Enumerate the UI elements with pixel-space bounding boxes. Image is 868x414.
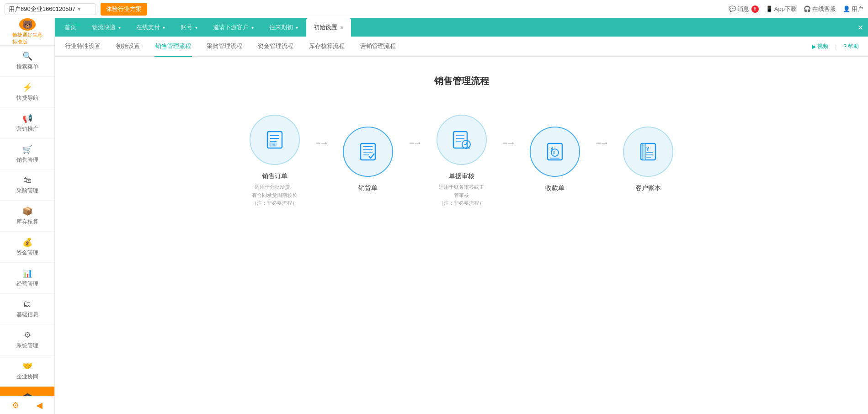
app-layout: 🐻 畅捷通好生意 标准版 🔍 搜索菜单 ⚡ 快捷导航 📢 营销推广 🛒 销售管理 xyxy=(0,18,868,414)
sidebar-item-sales[interactable]: 🛒 销售管理 xyxy=(0,139,54,170)
sidebar-item-marketing[interactable]: 📢 营销推广 xyxy=(0,108,54,139)
sidebar-label-sales: 销售管理 xyxy=(16,156,38,164)
receipt-circle: ¥ ¥ xyxy=(530,127,580,177)
avatar-icon: 👤 xyxy=(843,5,850,12)
flow-node-account-book[interactable]: ¥ 客户账本 xyxy=(612,127,685,195)
sub-tab-industry[interactable]: 行业特性设置 xyxy=(64,37,101,57)
finance-icon: 💰 xyxy=(22,237,32,247)
online-service-btn[interactable]: 🎧 在线客服 xyxy=(804,5,836,13)
trial-button[interactable]: 体验行业方案 xyxy=(101,3,147,16)
sidebar-label-quicknav: 快捷导航 xyxy=(16,94,38,102)
svg-text:¥: ¥ xyxy=(646,146,650,152)
sales-order-label: 销售订单 xyxy=(262,172,288,180)
close-all-tabs[interactable]: ✕ xyxy=(857,23,863,32)
tab-account-label: 账号 xyxy=(181,23,192,32)
page-content: 行业特性设置 初始设置 销售管理流程 采购管理流程 资金管理流程 库存核算流程 xyxy=(55,37,868,414)
help-action[interactable]: ? 帮助 xyxy=(843,42,859,50)
sidebar-item-system[interactable]: ⚙ 系统管理 xyxy=(0,324,54,356)
sidebar-item-purchase[interactable]: 🛍 采购管理 xyxy=(0,170,54,201)
user-name-label: 用户 xyxy=(852,5,863,13)
svg-rect-25 xyxy=(643,143,645,160)
audit-icon xyxy=(451,129,473,151)
sidebar-item-guide[interactable]: 🎓 新手引导 xyxy=(0,387,54,396)
online-service-label: 在线客服 xyxy=(812,5,836,13)
tab-logistics[interactable]: 物流快递 ▾ xyxy=(85,18,128,37)
sub-tab-actions: ▶ 视频 | ? 帮助 xyxy=(812,42,859,50)
user-dropdown-arrow: ▾ xyxy=(78,5,81,12)
tab-invite[interactable]: 邀请下游客户 ▾ xyxy=(206,18,261,37)
sidebar-label-collab: 企业协同 xyxy=(16,373,38,381)
sub-tab-finance-flow[interactable]: 资金管理流程 xyxy=(257,37,294,57)
message-btn[interactable]: 💬 消息 6 xyxy=(729,5,759,13)
arrow-3: - - → xyxy=(503,138,514,148)
flow-node-sales-order[interactable]: 订单 销售订单 适用于分批发货、有合同发货周期较长（注：非必要流程） xyxy=(238,115,311,207)
video-action[interactable]: ▶ 视频 xyxy=(812,42,828,50)
flow-diagram: 订单 销售订单 适用于分批发货、有合同发货周期较长（注：非必要流程） - - → xyxy=(64,115,859,207)
sidebar-item-ops[interactable]: 📊 经营管理 xyxy=(0,263,54,294)
sub-tab-marketing-flow[interactable]: 营销管理流程 xyxy=(359,37,397,57)
guide-icon: 🎓 xyxy=(22,392,32,396)
sidebar-item-quicknav[interactable]: ⚡ 快捷导航 xyxy=(0,77,54,108)
tab-payment-arrow: ▾ xyxy=(163,25,165,30)
tab-payment-label: 在线支付 xyxy=(136,23,160,32)
flow-node-receipt[interactable]: ¥ ¥ 收款单 xyxy=(518,127,591,195)
sales-icon: 🛒 xyxy=(22,144,32,154)
sidebar-item-collab[interactable]: 🤝 企业协同 xyxy=(0,356,54,387)
sidebar-label-ops: 经营管理 xyxy=(16,280,38,288)
sub-tab-sales-flow[interactable]: 销售管理流程 xyxy=(154,37,192,57)
app-download-label: App下载 xyxy=(774,5,797,13)
sidebar-label-search: 搜索菜单 xyxy=(16,63,38,71)
search-icon: 🔍 xyxy=(22,51,32,61)
user-selector[interactable]: 用户690企业1660120507 ▾ xyxy=(5,3,96,15)
sidebar-item-basic[interactable]: 🗂 基础信息 xyxy=(0,294,54,324)
tab-invite-label: 邀请下游客户 xyxy=(213,23,249,32)
system-icon: ⚙ xyxy=(24,330,31,340)
svg-text:订单: 订单 xyxy=(270,143,276,146)
audit-circle xyxy=(437,115,487,165)
flow-title: 销售管理流程 xyxy=(64,75,859,87)
flow-node-invoice[interactable]: 销货单 xyxy=(331,127,405,195)
nav-tabs: 首页 物流快递 ▾ 在线支付 ▾ 账号 ▾ 邀请下游客户 ▾ 往来期初 ▾ xyxy=(55,18,868,37)
sidebar-label-basic: 基础信息 xyxy=(16,311,38,318)
tab-payment[interactable]: 在线支付 ▾ xyxy=(129,18,172,37)
top-bar: 用户690企业1660120507 ▾ 体验行业方案 💬 消息 6 📱 App下… xyxy=(0,0,868,18)
tab-init[interactable]: 初始设置 ✕ xyxy=(306,18,351,37)
invoice-circle xyxy=(343,127,393,177)
app-icon: 📱 xyxy=(766,5,773,12)
sidebar-label-marketing: 营销推广 xyxy=(16,125,38,133)
sub-tab-purchase-flow[interactable]: 采购管理流程 xyxy=(206,37,243,57)
video-icon: ▶ xyxy=(812,43,816,50)
tab-account[interactable]: 账号 ▾ xyxy=(173,18,205,37)
tab-init-close[interactable]: ✕ xyxy=(340,25,344,30)
receipt-icon: ¥ ¥ xyxy=(544,141,566,163)
sales-order-desc: 适用于分批发货、有合同发货周期较长（注：非必要流程） xyxy=(252,183,297,207)
ops-icon: 📊 xyxy=(22,268,32,278)
account-book-label: 客户账本 xyxy=(635,184,661,192)
tab-account-arrow: ▾ xyxy=(195,25,197,30)
top-bar-left: 用户690企业1660120507 ▾ 体验行业方案 xyxy=(5,3,147,16)
quicknav-icon: ⚡ xyxy=(22,82,32,92)
audit-desc: 适用于财务审核或主管审核（注：非必要流程） xyxy=(439,183,484,207)
logo-text: 畅捷通好生意 标准版 xyxy=(12,32,43,45)
sidebar-item-inventory[interactable]: 📦 库存核算 xyxy=(0,201,54,232)
collapse-icon[interactable]: ◀ xyxy=(36,400,43,410)
app-download-btn[interactable]: 📱 App下载 xyxy=(766,5,797,13)
svg-rect-11 xyxy=(453,132,467,148)
content-area: 首页 物流快递 ▾ 在线支付 ▾ 账号 ▾ 邀请下游客户 ▾ 往来期初 ▾ xyxy=(55,18,868,414)
user-label: 用户690企业1660120507 xyxy=(9,5,75,13)
sidebar-item-search[interactable]: 🔍 搜索菜单 xyxy=(0,46,54,77)
message-label: 消息 xyxy=(737,5,749,13)
marketing-icon: 📢 xyxy=(22,113,32,123)
tab-period[interactable]: 往来期初 ▾ xyxy=(262,18,305,37)
sub-tab-inventory-calc[interactable]: 库存核算流程 xyxy=(308,37,346,57)
svg-rect-6 xyxy=(361,143,375,160)
user-avatar-area[interactable]: 👤 用户 xyxy=(843,5,863,13)
collab-icon: 🤝 xyxy=(22,361,32,371)
tab-home[interactable]: 首页 xyxy=(57,18,84,37)
sub-tab-init[interactable]: 初始设置 xyxy=(115,37,141,57)
help-icon: ? xyxy=(843,43,847,50)
settings-bottom-icon[interactable]: ⚙ xyxy=(12,400,19,410)
sidebar-item-finance[interactable]: 💰 资金管理 xyxy=(0,232,54,263)
flow-node-audit[interactable]: 单据审核 适用于财务审核或主管审核（注：非必要流程） xyxy=(425,115,498,207)
invoice-icon xyxy=(357,141,379,163)
